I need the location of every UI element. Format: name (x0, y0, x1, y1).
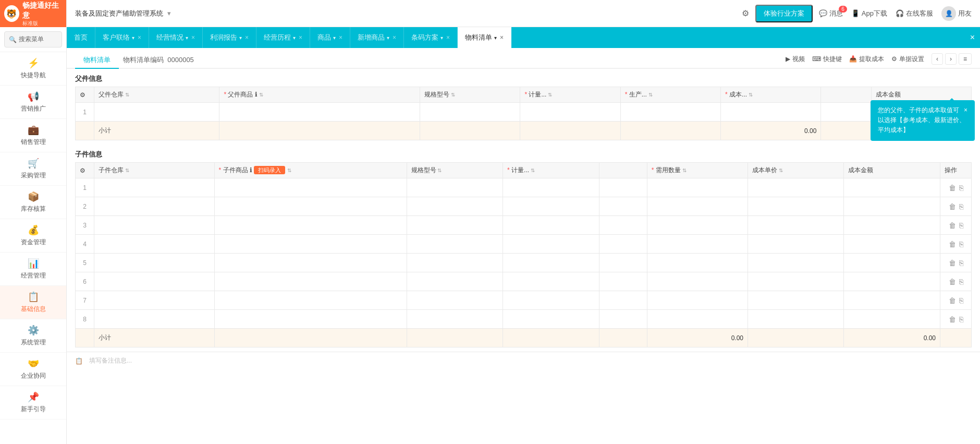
tab-barcode-close[interactable]: × (446, 34, 450, 41)
gear-icon[interactable]: ⚙ (742, 8, 749, 18)
delete-icon[interactable]: 🗑 (949, 296, 956, 305)
parent-col-qty[interactable]: * 计量... (520, 87, 620, 103)
sidebar-item-marketing[interactable]: 📢 营销推广 (0, 86, 66, 119)
child-col-spec[interactable]: 规格型号 (407, 163, 503, 178)
tab-goods[interactable]: 商品 ▾ × (310, 27, 350, 48)
list-view-btn[interactable]: ≡ (959, 53, 972, 65)
copy-icon[interactable]: ⎘ (959, 184, 963, 192)
tab-profit[interactable]: 利润报告 ▾ × (203, 27, 256, 48)
tab-ops-status[interactable]: 经营情况 ▾ × (149, 27, 203, 48)
child-row-1-need-qty[interactable] (647, 178, 748, 197)
tab-goods-close[interactable]: × (339, 34, 342, 41)
child-col-qty[interactable]: * 计量... (503, 163, 599, 178)
service-button[interactable]: 🎧 在线客服 (896, 9, 933, 18)
user-button[interactable]: 👤 用友 (941, 6, 972, 21)
parent-row-product[interactable] (219, 103, 420, 122)
tab-customer-close[interactable]: × (138, 34, 141, 41)
parent-col-spec[interactable]: 规格型号 (420, 87, 520, 103)
sidebar-search[interactable]: 🔍 搜索菜单 (0, 27, 66, 52)
copy-icon[interactable]: ⎘ (959, 202, 963, 211)
parent-col-cost[interactable]: * 成本... (721, 87, 821, 103)
tab-bom-close[interactable]: × (500, 34, 504, 41)
service-icon: 🎧 (896, 9, 904, 17)
child-row-1-spec[interactable] (407, 178, 503, 197)
child-table: ⚙ 子件仓库 * 子件商品 ℹ 扫码录入 规格型号 * 计量... * 需用数量… (75, 162, 972, 347)
tab-history[interactable]: 经营历程 ▾ × (256, 27, 310, 48)
sidebar-item-system[interactable]: ⚙️ 系统管理 (0, 319, 66, 353)
sidebar-item-enterprise[interactable]: 🤝 企业协同 (0, 353, 66, 386)
copy-icon[interactable]: ⎘ (959, 278, 963, 286)
tab-bom[interactable]: 物料清单 ▾ × (458, 27, 511, 48)
delete-icon[interactable]: 🗑 (949, 259, 956, 267)
bottom-note-hint[interactable]: 填写备注信息... (89, 356, 132, 365)
child-col-warehouse[interactable]: 子件仓库 (94, 163, 215, 178)
parent-col-warehouse[interactable]: 父件仓库 (94, 87, 219, 103)
parent-row-warehouse[interactable] (94, 103, 219, 122)
sidebar-item-inventory[interactable]: 📦 库存核算 (0, 186, 66, 219)
sub-tab-bom-list[interactable]: 物料清单 (75, 52, 119, 69)
scan-input-btn[interactable]: 扫码录入 (254, 166, 285, 174)
parent-row-prod[interactable] (620, 103, 720, 122)
child-row-1-unit-cost[interactable] (748, 178, 844, 197)
parent-col-prod[interactable]: * 生产... (620, 87, 720, 103)
sidebar-item-basic[interactable]: 📋 基础信息 (0, 286, 66, 319)
child-row-1-product[interactable] (214, 178, 407, 197)
sidebar-item-operations[interactable]: 📊 经营管理 (0, 253, 66, 286)
tab-history-close[interactable]: × (299, 34, 302, 41)
sidebar-item-label: 营销推广 (21, 104, 46, 113)
search-menu-button[interactable]: 🔍 搜索菜单 (4, 31, 62, 47)
child-row-1-warehouse[interactable] (94, 178, 215, 197)
copy-icon[interactable]: ⎘ (959, 259, 963, 267)
copy-icon[interactable]: ⎘ (959, 296, 963, 305)
next-btn[interactable]: › (945, 53, 957, 65)
child-col-need-qty[interactable]: * 需用数量 (647, 163, 748, 178)
sidebar-item-purchase[interactable]: 🛒 采购管理 (0, 152, 66, 186)
copy-icon[interactable]: ⎘ (959, 315, 963, 323)
delete-icon[interactable]: 🗑 (949, 221, 956, 230)
single-settings-btn[interactable]: ⚙ 单据设置 (891, 55, 924, 64)
copy-icon[interactable]: ⎘ (959, 240, 963, 248)
tab-goods-label: 商品 (317, 33, 331, 42)
trial-button[interactable]: 体验行业方案 (755, 5, 813, 22)
app-icon: 📱 (851, 9, 860, 17)
tab-home[interactable]: 首页 (67, 27, 95, 48)
parent-row-spec[interactable] (420, 103, 520, 122)
shortcut-icon: ⌨ (812, 55, 821, 63)
tab-customer[interactable]: 客户联络 ▾ × (95, 27, 149, 48)
system-name: 装备及固定资产辅助管理系统 (75, 9, 163, 18)
tab-profit-close[interactable]: × (245, 34, 249, 41)
tab-new-goods-close[interactable]: × (393, 34, 396, 41)
delete-icon[interactable]: 🗑 (949, 184, 956, 192)
delete-icon[interactable]: 🗑 (949, 315, 956, 323)
child-col-product[interactable]: * 子件商品 ℹ 扫码录入 (214, 163, 407, 178)
topbar: 装备及固定资产辅助管理系统 ▾ ⚙ 体验行业方案 💬 消息 6 📱 App下载 … (67, 0, 980, 27)
message-button[interactable]: 💬 消息 6 (819, 9, 843, 18)
sidebar-item-quick-nav[interactable]: ⚡ 快捷导航 (0, 52, 66, 86)
tab-ops-status-close[interactable]: × (191, 34, 195, 41)
sidebar-item-guide[interactable]: 📌 新手引导 (0, 386, 66, 419)
app-download-button[interactable]: 📱 App下载 (851, 9, 887, 18)
child-row-1-qty[interactable] (503, 178, 599, 197)
parent-col-extra (821, 87, 871, 103)
parent-col-product[interactable]: * 父件商品 ℹ (219, 87, 420, 103)
avatar: 👤 (941, 6, 956, 21)
sidebar-item-finance[interactable]: 💰 资金管理 (0, 219, 66, 253)
parent-section: 父件信息 ⚙ 父件仓库 * 父件商品 ℹ 规格型号 * 计量... * 生产..… (67, 69, 980, 145)
dropdown-arrow-icon[interactable]: ▾ (167, 9, 171, 17)
shortcut-btn[interactable]: ⌨ 快捷键 (812, 55, 842, 64)
extract-cost-btn[interactable]: 📥 提取成本 (849, 55, 884, 64)
delete-icon[interactable]: 🗑 (949, 278, 956, 286)
delete-icon[interactable]: 🗑 (949, 240, 956, 248)
tab-barcode[interactable]: 条码方案 ▾ × (404, 27, 458, 48)
sidebar-item-sales[interactable]: 💼 销售管理 (0, 119, 66, 152)
prev-btn[interactable]: ‹ (932, 53, 943, 65)
child-col-unit-cost[interactable]: 成本单价 (748, 163, 844, 178)
tooltip-close-btn[interactable]: × (964, 105, 967, 115)
delete-icon[interactable]: 🗑 (949, 202, 956, 211)
parent-row-cost[interactable] (721, 103, 821, 122)
video-btn[interactable]: ▶ 视频 (786, 55, 805, 64)
tab-new-goods[interactable]: 新增商品 ▾ × (350, 27, 404, 48)
tabbar-close-all[interactable]: × (965, 33, 980, 42)
parent-row-qty[interactable] (520, 103, 620, 122)
copy-icon[interactable]: ⎘ (959, 221, 963, 230)
